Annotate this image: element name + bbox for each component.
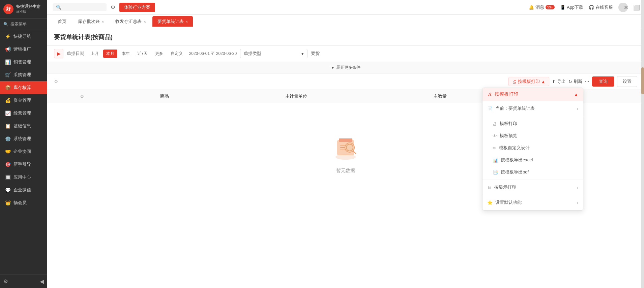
tab-close-icon[interactable]: × (102, 20, 104, 24)
query-button[interactable]: 查询 (592, 76, 614, 87)
expand-filter-button[interactable]: ▶ (54, 49, 63, 58)
topbar-search-icon: 🔍 (56, 5, 61, 10)
date-btn-this-month[interactable]: 本月 (103, 50, 117, 58)
sidebar-item-basic[interactable]: 📋 基础信息 (0, 120, 47, 132)
collab-icon: 🤝 (5, 149, 11, 154)
sidebar-item-inventory[interactable]: 📦 库存核算 (0, 81, 47, 94)
export-button[interactable]: ⬆ 导出 (552, 78, 566, 85)
sidebar-item-app-center[interactable]: 🔲 应用中心 (0, 171, 47, 184)
topbar-search[interactable]: 🔍 (53, 3, 107, 11)
dropdown-item-template-print[interactable]: 🖨 模板打印 (482, 118, 583, 130)
print-label: 按模板打印 (518, 78, 540, 85)
sidebar-item-sales[interactable]: 📊 销售管理 (0, 56, 47, 68)
refresh-button[interactable]: ↻ 刷新 (568, 78, 582, 85)
date-range-display: 2023-06-01 至 2023-06-30 (189, 51, 237, 57)
finance-icon: 💰 (5, 98, 11, 103)
basic-icon: 📋 (5, 123, 11, 129)
system-icon: ⚙️ (5, 136, 11, 141)
sidebar-item-wechat[interactable]: 💬 企业微信 (0, 184, 47, 196)
sidebar-item-guide[interactable]: 🎯 新手引导 (0, 158, 47, 171)
trial-button[interactable]: 体验行业方案 (119, 3, 155, 12)
expand-more-button[interactable]: ▼ 展开更多条件 (331, 65, 360, 70)
tab-close-icon[interactable]: × (144, 20, 146, 24)
notifications-label: 消息 (535, 4, 544, 10)
tab-label: 库存批次账 (78, 19, 100, 25)
dropdown-display-print[interactable]: 🖥 按显示打印 › (482, 181, 583, 193)
table-col-product: 商品 (117, 90, 212, 103)
table-settings-icon[interactable]: ⚙ (80, 94, 84, 99)
sidebar-item-purchase[interactable]: 🛒 采购管理 (0, 68, 47, 81)
search-icon: 🔍 (3, 22, 8, 27)
dropdown-item-export-excel[interactable]: 📊 按模板导出excel (482, 154, 583, 166)
dropdown-header-right: ▲ (574, 92, 578, 97)
member-icon: 👑 (5, 200, 11, 205)
print-template-button[interactable]: 🖨 按模板打印 ▲ (508, 77, 549, 86)
eye-icon: 👁 (493, 133, 497, 138)
date-btn-7days[interactable]: 近7天 (134, 50, 151, 58)
settings-button[interactable]: 设置 (617, 76, 637, 87)
dropdown-title: 按模板打印 (495, 91, 518, 97)
notifications-button[interactable]: 🔔 消息 99+ (529, 4, 555, 10)
sidebar-item-marketing[interactable]: 📢 营销推广 (0, 43, 47, 56)
sidebar-item-operation[interactable]: 📈 经营管理 (0, 107, 47, 120)
date-btn-custom[interactable]: 自定义 (168, 50, 186, 58)
printer-icon: 🖨 (512, 79, 517, 84)
page-header: 要货单统计表(按商品) (47, 28, 644, 45)
refresh-label: 刷新 (574, 78, 582, 85)
sidebar-item-quick-nav[interactable]: ⚡ 快捷导航 (0, 30, 47, 43)
dropdown-display-section: 🖥 按显示打印 › (482, 180, 583, 195)
dropdown-close-icon[interactable]: ▲ (574, 92, 578, 97)
gear-settings-icon[interactable]: ⚙ (54, 79, 58, 84)
dropdown-item-template-preview[interactable]: 👁 模板预览 (482, 130, 583, 142)
right-scrollbar[interactable] (641, 0, 644, 288)
product-filter-label: 要货 (311, 51, 320, 57)
edit-icon: ✏ (493, 146, 496, 151)
marketing-icon: 📢 (5, 46, 11, 52)
dropdown-set-default[interactable]: ⭐ 设置默认功能 › (482, 196, 583, 209)
sidebar-item-member[interactable]: 👑 畅会员 (0, 196, 47, 209)
collapse-icon[interactable]: ◀ (40, 278, 44, 285)
guide-icon: 🎯 (5, 162, 11, 167)
expand-more-row: ▼ 展开更多条件 (47, 62, 644, 73)
item-label: 按模板导出excel (501, 157, 533, 163)
tab-order-stats[interactable]: 要货单统计表 × (152, 16, 193, 27)
sidebar-item-label: 销售管理 (13, 59, 31, 65)
print-dropdown-panel: 🖨 按模板打印 ▲ 📄 当前：要货单统计表 (482, 88, 583, 211)
dropdown-current-section: 📄 当前：要货单统计表 › (482, 101, 583, 116)
customer-service-button[interactable]: 🎧 在线客服 (589, 4, 613, 10)
dropdown-item-export-pdf[interactable]: 📑 按模板导出pdf (482, 166, 583, 178)
app-download-label: App下载 (567, 4, 583, 10)
tab-close-icon[interactable]: × (186, 20, 188, 24)
tab-collection-summary[interactable]: 收发存汇总表 × (110, 16, 151, 27)
tab-batch-accounts[interactable]: 库存批次账 × (73, 16, 109, 27)
dropdown-item-template-custom[interactable]: ✏ 模板自定义设计 (482, 142, 583, 154)
expand-icon: ▼ (331, 65, 335, 70)
sidebar-item-system[interactable]: ⚙️ 系统管理 (0, 132, 47, 145)
sidebar-item-collab[interactable]: 🤝 企业协同 (0, 145, 47, 158)
dropdown-current-template[interactable]: 📄 当前：要货单统计表 › (482, 102, 583, 115)
sidebar-item-label: 快捷导航 (13, 33, 31, 39)
settings-bottom-icon[interactable]: ⚙ (3, 278, 8, 285)
search-menu[interactable]: 🔍 搜索菜单 (0, 19, 47, 30)
sidebar-item-finance[interactable]: 💰 资金管理 (0, 94, 47, 107)
download-icon: 📱 (560, 5, 565, 10)
topbar-gear-icon[interactable]: ⚙ (111, 4, 115, 10)
more-icon[interactable]: ··· (585, 78, 589, 85)
dropdown-default-section: ⭐ 设置默认功能 › (482, 195, 583, 210)
date-btn-prev-month[interactable]: 上月 (88, 50, 102, 58)
table-col-settings[interactable]: ⚙ (47, 90, 117, 103)
tabbar: 首页 库存批次账 × 收发存汇总表 × 要货单统计表 × (47, 15, 644, 28)
scrollbar-thumb[interactable] (641, 67, 644, 94)
date-label: 单据日期 (67, 51, 84, 57)
app-download-button[interactable]: 📱 App下载 (560, 4, 583, 10)
order-type-select[interactable]: 单据类型 ▾ (240, 49, 308, 58)
close-window-button[interactable]: ✕ (621, 3, 631, 12)
date-btn-more[interactable]: 更多 (152, 50, 166, 58)
tab-home[interactable]: 首页 (53, 16, 71, 27)
dropdown-actions-section: 🖨 模板打印 👁 模板预览 ✏ 模板自定义设计 📊 (482, 116, 583, 180)
operation-icon: 📈 (5, 110, 11, 116)
date-btn-this-year[interactable]: 本年 (119, 50, 133, 58)
maximize-window-button[interactable]: ⬜ (632, 3, 641, 12)
item-label: 模板自定义设计 (499, 145, 530, 151)
empty-text: 暂无数据 (336, 168, 355, 174)
